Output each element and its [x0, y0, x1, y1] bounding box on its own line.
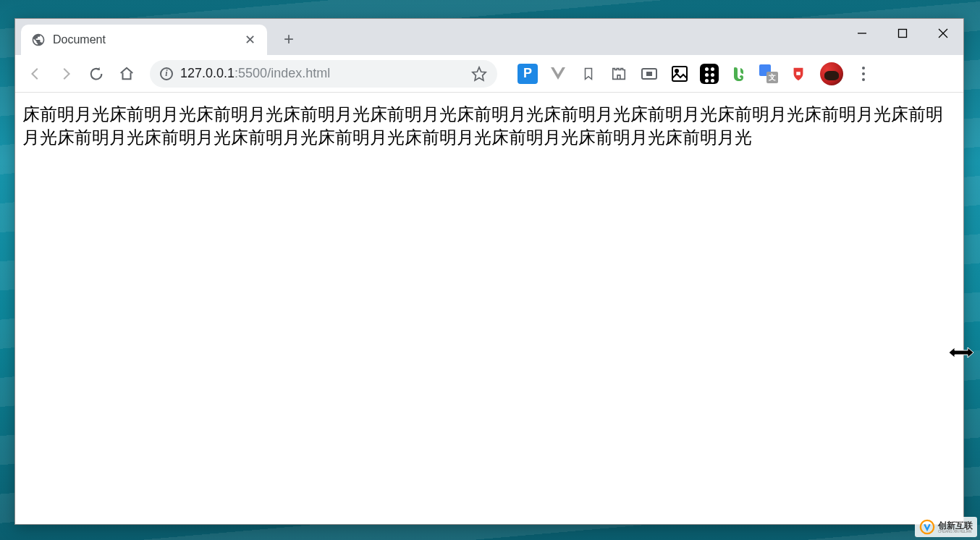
window-controls: [842, 19, 963, 48]
minimize-button[interactable]: [842, 19, 882, 48]
browser-tab[interactable]: Document ✕: [21, 25, 267, 55]
browser-window: Document ✕ + i: [14, 18, 964, 525]
address-bar[interactable]: i 127.0.0.1:5500/index.html: [150, 60, 497, 88]
svg-rect-6: [647, 72, 651, 75]
svg-rect-9: [796, 72, 801, 75]
extension-p-icon[interactable]: P: [518, 64, 538, 84]
forward-button[interactable]: [53, 61, 79, 87]
watermark-logo-icon: [919, 519, 935, 535]
watermark-sub-text: CHUANG XIN HULIAN: [938, 530, 973, 533]
extension-vue-icon[interactable]: [548, 64, 568, 84]
extension-rect-icon[interactable]: [639, 64, 659, 84]
extension-castle-icon[interactable]: [609, 64, 629, 84]
bookmark-icon[interactable]: [578, 64, 599, 84]
profile-avatar[interactable]: [820, 62, 843, 85]
svg-marker-4: [473, 67, 486, 80]
reload-button[interactable]: [83, 61, 109, 87]
maximize-button[interactable]: [882, 19, 923, 48]
url-host: 127.0.0.1: [180, 66, 235, 80]
globe-icon: [31, 33, 46, 47]
watermark: 创新互联 CHUANG XIN HULIAN: [915, 517, 977, 537]
google-translate-icon[interactable]: [759, 64, 778, 83]
tab-title: Document: [53, 33, 235, 46]
image-icon[interactable]: [669, 64, 690, 84]
browser-title-bar: Document ✕ +: [15, 19, 963, 55]
svg-rect-1: [899, 30, 907, 38]
new-tab-button[interactable]: +: [276, 26, 302, 52]
site-info-icon[interactable]: i: [160, 67, 173, 80]
watermark-text: 创新互联 CHUANG XIN HULIAN: [938, 521, 973, 533]
evernote-icon[interactable]: [729, 64, 749, 84]
back-button[interactable]: [22, 61, 48, 87]
body-text: 床前明月光床前明月光床前明月光床前明月光床前明月光床前明月光床前明月光床前明月光…: [22, 103, 956, 150]
extension-grid-icon[interactable]: [700, 64, 719, 84]
url-text: 127.0.0.1:5500/index.html: [180, 66, 330, 81]
svg-point-8: [675, 69, 678, 72]
tab-close-button[interactable]: ✕: [242, 33, 257, 47]
page-content: 床前明月光床前明月光床前明月光床前明月光床前明月光床前明月光床前明月光床前明月光…: [15, 93, 963, 524]
url-path: /index.html: [267, 66, 330, 80]
svg-point-10: [921, 520, 934, 533]
bookmark-star-icon[interactable]: [471, 66, 487, 82]
browser-menu-button[interactable]: [850, 61, 876, 87]
url-port: :5500: [235, 66, 267, 80]
svg-rect-7: [672, 67, 687, 81]
browser-toolbar: i 127.0.0.1:5500/index.html P: [15, 55, 963, 93]
extensions-area: P: [518, 64, 808, 84]
watermark-main-text: 创新互联: [938, 521, 973, 530]
home-button[interactable]: [114, 61, 140, 87]
close-button[interactable]: [923, 19, 963, 48]
extension-shield-icon[interactable]: [788, 64, 808, 84]
